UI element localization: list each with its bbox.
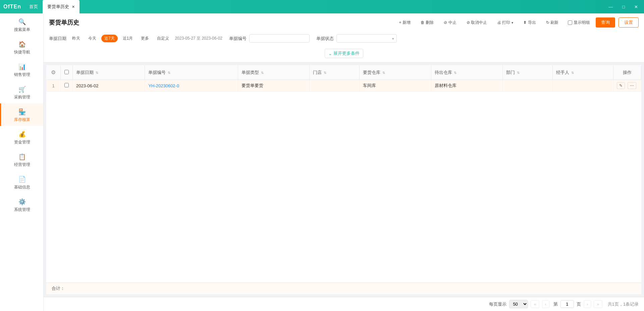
sidebar-item-search-menu[interactable]: 🔍 搜索菜单 (0, 13, 43, 36)
sort-icon: ⇅ (168, 71, 170, 75)
sidebar-item-sales[interactable]: 📊 销售管理 (0, 58, 43, 81)
sidebar-item-label: 快捷导航 (14, 49, 30, 55)
quick-nav-icon: 🏠 (18, 41, 26, 48)
date-btn-custom[interactable]: 自定义 (154, 35, 172, 42)
row-edit-button[interactable]: ✎ (617, 82, 625, 89)
finance-icon: 💰 (18, 131, 26, 138)
filter-row: 单据日期 昨天 今天 近7天 近1月 更多 自定义 2023-05-27 至 2… (49, 31, 639, 45)
column-settings-icon[interactable]: ⚙ (50, 68, 57, 77)
next-page-button[interactable]: › (584, 300, 591, 308)
expand-icon: ⌄ (328, 51, 332, 56)
sidebar-item-finance[interactable]: 💰 资金管理 (0, 126, 43, 148)
main-layout: 🔍 搜索菜单 🏠 快捷导航 📊 销售管理 🛒 采购管理 🏪 库存核算 💰 资金管… (0, 13, 644, 311)
sidebar-item-inventory[interactable]: 🏪 库存核算 (0, 103, 43, 126)
cancel-stop-button[interactable]: ⊘ 取消中止 (463, 18, 490, 27)
settings-button[interactable]: 设置 (619, 17, 639, 28)
row-order-no[interactable]: YH-20230602-0 (145, 80, 238, 92)
col-type-header[interactable]: 单据类型 ⇅ (238, 65, 310, 80)
tab-close-icon[interactable]: ✕ (72, 5, 75, 9)
stop-button[interactable]: ⊘ 中止 (440, 18, 460, 27)
export-button[interactable]: ⬆ 导出 (520, 18, 539, 27)
tab-home[interactable]: 首页 (24, 0, 43, 13)
row-index: 1 (46, 80, 61, 92)
table-container: ⚙ 单据日期 ⇅ 单据编号 ⇅ (46, 65, 641, 294)
query-button[interactable]: 查询 (596, 17, 615, 28)
row-date: 2023-06-02 (73, 80, 145, 92)
status-label: 单据状态 (316, 36, 334, 42)
page-label: 第 (553, 301, 558, 307)
sidebar-item-purchase[interactable]: 🛒 采购管理 (0, 81, 43, 103)
date-btn-1month[interactable]: 近1月 (120, 35, 136, 42)
sidebar-item-label: 基础信息 (14, 184, 30, 190)
page-unit: 页 (577, 301, 581, 307)
expand-conditions-button[interactable]: ⌄ 展开更多条件 (325, 49, 363, 58)
sort-icon: ⇅ (96, 71, 98, 75)
sidebar-item-label: 销售管理 (14, 72, 30, 78)
refresh-button[interactable]: ↻ 刷新 (543, 18, 562, 27)
delete-button[interactable]: 🗑 删除 (417, 18, 437, 27)
col-dest-warehouse-header[interactable]: 待出仓库 ⇅ (431, 65, 502, 80)
sort-icon: ⇅ (571, 71, 574, 75)
sidebar-item-label: 系统管理 (14, 207, 30, 213)
page-size-label: 每页显示 (489, 301, 506, 307)
display-cell-checkbox[interactable] (568, 20, 572, 25)
date-btn-more[interactable]: 更多 (138, 35, 152, 42)
toolbar: + 新增 🗑 删除 ⊘ 中止 ⊘ 取消中止 🖨 打印 ▾ ⬆ 导出 ↻ 刷新 显… (396, 17, 639, 28)
maximize-btn[interactable]: □ (620, 3, 628, 11)
select-all-checkbox[interactable] (64, 70, 69, 74)
order-no-input[interactable] (249, 34, 310, 43)
col-req-warehouse-header[interactable]: 要货仓库 ⇅ (360, 65, 431, 80)
order-no-link[interactable]: YH-20230602-0 (148, 83, 179, 88)
table-scroll-area[interactable]: ⚙ 单据日期 ⇅ 单据编号 ⇅ (46, 65, 641, 282)
row-handler (553, 80, 613, 92)
purchase-icon: 🛒 (18, 86, 26, 93)
row-select-checkbox[interactable] (64, 83, 69, 87)
row-dest-warehouse: 原材料仓库 (431, 80, 502, 92)
sidebar: 🔍 搜索菜单 🏠 快捷导航 📊 销售管理 🛒 采购管理 🏪 库存核算 💰 资金管… (0, 13, 44, 311)
system-icon: ⚙️ (18, 198, 26, 206)
tab-requisition-history[interactable]: 要货单历史 ✕ (43, 0, 79, 13)
status-select[interactable] (336, 34, 397, 43)
sidebar-item-basic-info[interactable]: 📄 基础信息 (0, 171, 43, 193)
col-date-header[interactable]: 单据日期 ⇅ (73, 65, 145, 80)
sum-label: 合计： (52, 285, 65, 292)
row-dept (502, 80, 552, 92)
sidebar-item-quick-nav[interactable]: 🏠 快捷导航 (0, 36, 43, 58)
search-menu-icon: 🔍 (18, 18, 26, 26)
print-dropdown-icon: ▾ (512, 21, 513, 25)
order-no-label: 单据编号 (229, 36, 247, 42)
sidebar-item-operations[interactable]: 📋 经营管理 (0, 148, 43, 171)
row-checkbox (61, 80, 73, 92)
row-more-button[interactable]: ⋯ (628, 82, 636, 89)
col-store-header[interactable]: 门店 ⇅ (310, 65, 360, 80)
last-page-button[interactable]: » (594, 300, 602, 308)
col-dept-header[interactable]: 部门 ⇅ (502, 65, 552, 80)
window-controls: — □ ✕ (606, 3, 641, 11)
order-no-filter-group: 单据编号 (229, 34, 310, 43)
minimize-btn[interactable]: — (606, 3, 615, 11)
col-handler-header[interactable]: 经手人 ⇅ (553, 65, 613, 80)
col-settings[interactable]: ⚙ (46, 65, 61, 80)
print-button[interactable]: 🖨 打印 ▾ (494, 18, 517, 27)
brand-logo: OfTEn (3, 4, 24, 10)
col-action-header: 操作 (613, 65, 641, 80)
date-btn-yesterday[interactable]: 昨天 (69, 35, 83, 42)
display-cell-btn[interactable]: 显示明细 (565, 18, 592, 27)
row-actions: ✎ ⋯ (613, 80, 641, 92)
sales-icon: 📊 (18, 63, 26, 71)
table-row: 1 2023-06-02 YH-20230602-0 要货单要货 车间库 (46, 80, 641, 92)
date-btn-today[interactable]: 今天 (85, 35, 99, 42)
table-body: 1 2023-06-02 YH-20230602-0 要货单要货 车间库 (46, 80, 641, 92)
data-table: ⚙ 单据日期 ⇅ 单据编号 ⇅ (46, 65, 641, 92)
add-button[interactable]: + 新增 (396, 18, 414, 27)
page-size-select[interactable]: 10 20 50 100 (509, 300, 528, 308)
sidebar-item-system[interactable]: ⚙️ 系统管理 (0, 193, 43, 216)
prev-page-button[interactable]: ‹ (542, 300, 549, 308)
first-page-button[interactable]: « (531, 300, 539, 308)
page-input[interactable] (560, 300, 574, 308)
sort-icon: ⇅ (517, 71, 520, 75)
col-order-no-header[interactable]: 单据编号 ⇅ (145, 65, 238, 80)
close-btn[interactable]: ✕ (632, 3, 641, 11)
date-btn-7days[interactable]: 近7天 (101, 35, 118, 42)
total-info: 共1页，1条记录 (608, 301, 639, 307)
